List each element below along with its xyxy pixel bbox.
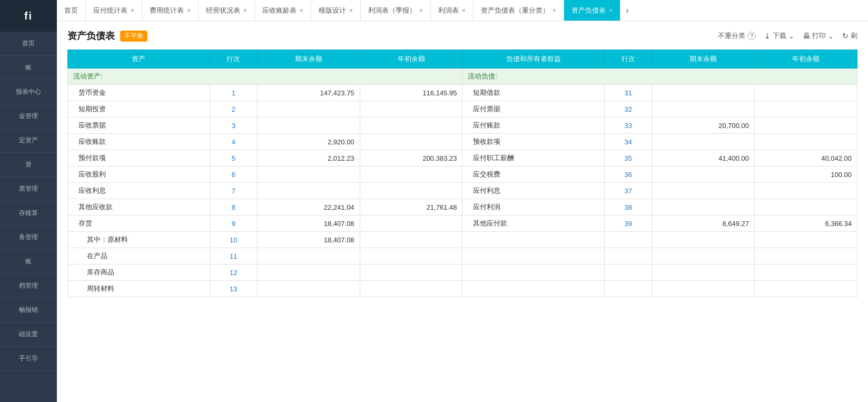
help-icon[interactable]: ? (747, 32, 756, 40)
no-reclassify-label: 不重分类 (718, 31, 745, 41)
tab-home-label: 首页 (64, 6, 78, 15)
left-end-balance (257, 166, 360, 183)
tab-more-button[interactable]: › (620, 0, 634, 21)
right-row-num: 38 (605, 199, 652, 215)
right-end-balance (652, 264, 755, 281)
th-begin-balance-left: 年初余额 (360, 50, 462, 68)
sidebar-item-home[interactable]: 首页 (0, 32, 57, 56)
left-name: 短期投资 (68, 101, 210, 117)
left-begin-balance (360, 166, 462, 183)
tab-receivable-aging-label: 应收账龄表 (262, 6, 297, 15)
download-button[interactable]: ⤓ 下载 ⌄ (764, 31, 794, 41)
tab-expense-stats[interactable]: 费用统计表 × (142, 0, 199, 21)
table-row: 货币资金 1 147,423.75 116,145.95 短期借款 31 (68, 85, 857, 101)
print-label: 打印 (812, 31, 826, 41)
tab-balance-sheet-close[interactable]: × (609, 7, 613, 14)
left-row-num: 4 (210, 134, 257, 150)
right-begin-balance (755, 264, 857, 281)
left-name: 货币资金 (68, 85, 210, 101)
right-name: 应交税费 (462, 166, 605, 183)
sidebar-item-affairs[interactable]: 务管理 (0, 225, 57, 250)
tab-operations-close[interactable]: × (243, 7, 247, 14)
left-begin-balance (360, 134, 462, 150)
sidebar-item-guide[interactable]: 手引导 (0, 347, 57, 371)
left-name: 在产品 (68, 248, 210, 264)
sidebar-item-invoice[interactable]: 票管理 (0, 177, 57, 201)
refresh-icon: ↻ (842, 32, 849, 40)
sidebar-item-archive[interactable]: 档管理 (0, 274, 57, 298)
th-end-balance-right: 期末余额 (652, 50, 755, 68)
sidebar-item-capital[interactable]: 资 (0, 153, 57, 177)
right-name (462, 264, 605, 281)
tab-template-design[interactable]: 模版设计 × (311, 0, 361, 21)
left-end-balance (257, 248, 360, 264)
left-end-balance (257, 281, 360, 297)
tab-operations-label: 经营状况表 (206, 6, 240, 15)
right-begin-balance (755, 232, 857, 248)
right-name: 应付职工薪酬 (462, 150, 605, 166)
tab-profit-quarterly[interactable]: 利润表（季报） × (361, 0, 431, 21)
right-row-num: 36 (605, 166, 652, 183)
left-row-num: 6 (210, 166, 257, 183)
table-row: 预付款项 5 2,012.23 200,383.23 应付职工薪酬 35 41,… (68, 150, 857, 166)
table-row: 流动资产: 流动负债: (68, 68, 857, 85)
right-name (462, 248, 605, 264)
right-begin-balance (755, 85, 857, 101)
sidebar-item-ledger[interactable]: 账 (0, 250, 57, 274)
sidebar-item-settings[interactable]: 础设置 (0, 322, 57, 347)
tab-receivable-aging[interactable]: 应收账龄表 × (255, 0, 311, 21)
th-row-left: 行次 (210, 50, 257, 68)
left-end-balance: 2,920.00 (257, 134, 360, 150)
tab-expense-stats-close[interactable]: × (187, 7, 191, 14)
print-button[interactable]: 🖶 打印 ⌄ (803, 31, 834, 41)
table-row: 其他应收款 8 22,241.04 21,761.48 应付利润 38 (68, 199, 857, 215)
left-name: 存货 (68, 215, 210, 232)
sidebar-item-inventory[interactable]: 存核算 (0, 201, 57, 225)
left-begin-balance (360, 281, 462, 297)
tab-payable-stats-close[interactable]: × (131, 7, 134, 14)
tab-balance-reclassify-label: 资产负债表（重分类） (481, 6, 549, 15)
left-end-balance: 147,423.75 (257, 85, 360, 101)
right-row-num (605, 264, 652, 281)
right-begin-balance (755, 101, 857, 117)
tab-home[interactable]: 首页 (57, 0, 86, 21)
print-chevron-icon: ⌄ (828, 32, 834, 40)
right-row-num (605, 281, 652, 297)
tab-balance-sheet[interactable]: 资产负债表 × (564, 0, 620, 21)
left-begin-balance (360, 248, 462, 264)
refresh-label: 刷 (851, 31, 857, 41)
table-row: 周转材料 13 (68, 281, 857, 297)
tab-profit-quarterly-label: 利润表（季报） (368, 6, 416, 15)
page-title-area: 资产负债表 不平衡 (67, 30, 147, 42)
table-row: 应收票据 3 应付账款 33 20,700.00 (68, 117, 857, 134)
right-end-balance (652, 166, 755, 183)
tab-balance-reclassify-close[interactable]: × (553, 7, 556, 14)
no-reclassify-button[interactable]: 不重分类 ? (718, 31, 756, 41)
tab-balance-reclassify[interactable]: 资产负债表（重分类） × (474, 0, 564, 21)
sidebar-item-account[interactable]: 账 (0, 56, 57, 80)
tab-profit[interactable]: 利润表 × (431, 0, 474, 21)
left-begin-balance: 200,383.23 (360, 150, 462, 166)
left-name: 其中：原材料 (68, 232, 210, 248)
sidebar-item-report-center[interactable]: 报表中心 (0, 80, 57, 104)
tab-profit-close[interactable]: × (462, 7, 466, 14)
sidebar-item-fund[interactable]: 金管理 (0, 104, 57, 129)
unbalanced-badge: 不平衡 (120, 31, 147, 42)
left-category-label: 流动资产: (68, 68, 462, 85)
sidebar-item-fixed-assets[interactable]: 定资产 (0, 129, 57, 153)
tab-receivable-aging-close[interactable]: × (300, 7, 303, 14)
tab-profit-quarterly-close[interactable]: × (419, 7, 423, 14)
download-icon: ⤓ (764, 32, 771, 40)
right-row-num: 32 (605, 101, 652, 117)
tab-operations[interactable]: 经营状况表 × (199, 0, 255, 21)
content-area: 资产负债表 不平衡 不重分类 ? ⤓ 下载 ⌄ 🖶 打印 ⌄ (57, 21, 868, 402)
sidebar-item-expense[interactable]: 畅报销 (0, 298, 57, 322)
tab-payable-stats[interactable]: 应付统计表 × (86, 0, 142, 21)
left-end-balance (257, 264, 360, 281)
th-end-balance-left: 期末余额 (257, 50, 360, 68)
left-name: 应收利息 (68, 183, 210, 199)
right-name (462, 281, 605, 297)
refresh-button[interactable]: ↻ 刷 (842, 31, 857, 41)
tab-template-design-close[interactable]: × (349, 7, 353, 14)
left-name: 应收票据 (68, 117, 210, 134)
